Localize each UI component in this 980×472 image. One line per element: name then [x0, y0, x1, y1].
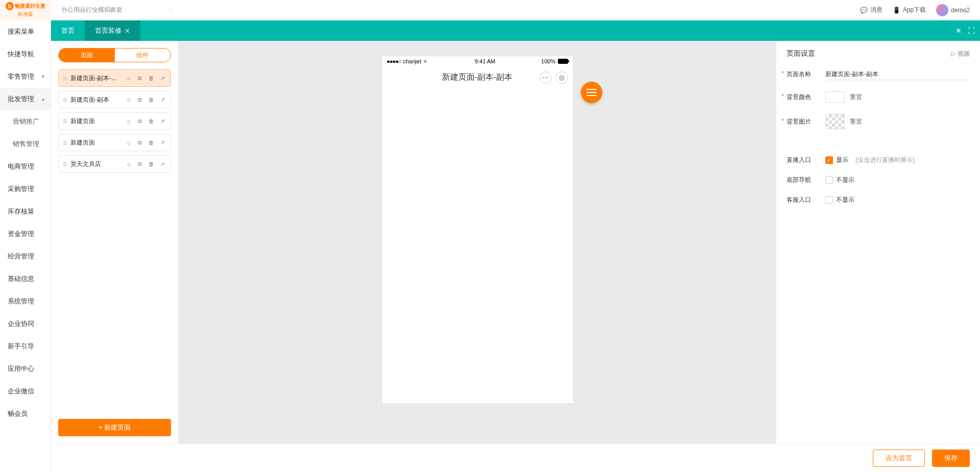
sidebar-item-0[interactable]: 搜索菜单	[0, 20, 51, 43]
play-icon: ▷	[951, 50, 955, 57]
home-icon[interactable]: ⌂	[125, 118, 133, 124]
drag-handle-icon[interactable]: ☰	[63, 119, 67, 124]
chevron-icon: ▼	[41, 74, 45, 79]
account-selector[interactable]: 办公用品行业模拟账套 ﹀	[61, 6, 174, 14]
page-name-input[interactable]	[825, 68, 970, 80]
tab-home[interactable]: 首页	[51, 20, 85, 41]
drag-handle-icon[interactable]: ☰	[63, 161, 67, 167]
user-menu[interactable]: demo2	[936, 4, 970, 16]
copy-icon[interactable]: ⧉	[136, 118, 144, 125]
sidebar-item-15[interactable]: 应用中心	[0, 358, 51, 380]
bg-color-label: 背景颜色	[787, 93, 825, 102]
chevron-down-icon: ﹀	[168, 7, 174, 14]
download-label: App下载	[903, 6, 926, 14]
sidebar-item-12[interactable]: 系统管理	[0, 290, 51, 313]
delete-icon[interactable]: 🗑	[147, 118, 155, 124]
delete-icon[interactable]: 🗑	[147, 97, 155, 103]
bottom-nav-checkbox[interactable]	[825, 176, 833, 184]
panel-segment: 页面 组件	[58, 48, 171, 62]
sidebar-item-5[interactable]: 销售管理	[0, 133, 51, 155]
share-icon[interactable]: ↗	[158, 139, 166, 146]
page-row-0[interactable]: ☰新建页面-副本-...⌂⧉🗑↗	[58, 69, 171, 87]
logo-mark-icon: b	[6, 2, 14, 10]
copy-icon[interactable]: ⧉	[136, 161, 144, 168]
live-entry-checkbox[interactable]: ✓	[825, 156, 833, 164]
copy-icon[interactable]: ⧉	[136, 97, 144, 103]
bg-image-swatch[interactable]	[825, 114, 845, 129]
sidebar-item-17[interactable]: 畅会员	[0, 403, 51, 425]
sidebar-item-6[interactable]: 电商管理	[0, 155, 51, 178]
brand-logo: b 畅捷通好生意 标准版	[0, 0, 51, 20]
share-icon[interactable]: ↗	[158, 97, 166, 103]
time-label: 9:41 AM	[475, 58, 495, 64]
sidebar-item-label: 资金管理	[8, 229, 34, 239]
brand-sub: 标准版	[18, 11, 33, 18]
bg-color-swatch[interactable]	[825, 91, 845, 103]
share-icon[interactable]: ↗	[158, 75, 166, 82]
share-icon[interactable]: ↗	[158, 161, 166, 168]
drag-handle-icon[interactable]: ☰	[63, 140, 67, 146]
page-row-name: 新建页面	[70, 138, 121, 147]
sidebar-item-label: 搜索菜单	[8, 27, 34, 36]
segment-component[interactable]: 组件	[115, 49, 171, 62]
drag-handle-icon[interactable]: ☰	[63, 76, 67, 81]
sidebar-item-16[interactable]: 企业微信	[0, 380, 51, 403]
sidebar-item-3[interactable]: 批发管理▲	[0, 88, 51, 110]
sidebar-item-2[interactable]: 零售管理▼	[0, 65, 51, 88]
page-row-1[interactable]: ☰新建页面-副本⌂⧉🗑↗	[58, 91, 171, 108]
share-icon[interactable]: ↗	[158, 118, 166, 125]
delete-icon[interactable]: 🗑	[147, 139, 155, 146]
page-row-3[interactable]: ☰新建页面⌂⧉🗑↗	[58, 134, 171, 151]
home-icon[interactable]: ⌂	[125, 139, 133, 146]
sidebar-item-label: 系统管理	[8, 297, 34, 306]
video-help-link[interactable]: ▷ 视频	[951, 50, 970, 58]
sidebar-item-9[interactable]: 资金管理	[0, 223, 51, 245]
delete-icon[interactable]: 🗑	[147, 75, 155, 81]
bg-image-reset[interactable]: 重置	[850, 117, 862, 126]
page-row-4[interactable]: ☰昊天文具店⌂⧉🗑↗	[58, 155, 171, 173]
svg-rect-0	[586, 89, 597, 90]
tab-page-design[interactable]: 首页装修 ✕	[85, 20, 140, 41]
sidebar-item-13[interactable]: 企业协同	[0, 313, 51, 335]
sidebar-item-14[interactable]: 新手引导	[0, 335, 51, 358]
wifi-icon: ᯤ	[423, 58, 429, 64]
brand-name: 畅捷通好生意	[15, 3, 45, 10]
bg-color-reset[interactable]: 重置	[850, 93, 862, 102]
chevron-icon: ▲	[41, 97, 45, 102]
copy-icon[interactable]: ⧉	[136, 139, 144, 146]
service-entry-checkbox[interactable]	[825, 196, 833, 204]
sidebar-item-4[interactable]: 营销推广	[0, 110, 51, 133]
svg-rect-1	[586, 92, 597, 93]
messages-link[interactable]: 💬 消息	[860, 6, 883, 14]
sidebar-item-8[interactable]: 库存核算	[0, 200, 51, 223]
set-home-button[interactable]: 设为首页	[873, 450, 925, 467]
sidebar-item-label: 库存核算	[8, 207, 34, 216]
sidebar-item-11[interactable]: 基础信息	[0, 268, 51, 290]
service-entry-check-label: 不显示	[836, 196, 854, 204]
app-download-link[interactable]: 📱 App下载	[893, 6, 926, 14]
sidebar-item-1[interactable]: 快捷导航	[0, 43, 51, 65]
sidebar-item-7[interactable]: 采购管理	[0, 178, 51, 200]
home-icon[interactable]: ⌂	[125, 161, 133, 167]
sidebar-item-label: 企业协同	[8, 319, 34, 328]
page-row-2[interactable]: ☰新建页面⌂⧉🗑↗	[58, 112, 171, 130]
close-icon[interactable]: ✕	[125, 27, 130, 35]
tab-close-all-icon[interactable]: ✕	[955, 27, 962, 35]
drag-handle-icon[interactable]: ☰	[63, 97, 67, 103]
footer-bar: 设为首页 保存	[51, 443, 980, 472]
segment-page[interactable]: 页面	[59, 49, 115, 62]
new-page-button[interactable]: + 新建页面	[58, 419, 171, 436]
copy-icon[interactable]: ⧉	[136, 75, 144, 82]
sidebar-item-label: 销售管理	[13, 139, 39, 149]
delete-icon[interactable]: 🗑	[147, 161, 155, 167]
home-icon[interactable]: ⌂	[125, 75, 133, 81]
fullscreen-icon[interactable]: ⛶	[968, 27, 975, 35]
component-drawer-toggle[interactable]	[581, 82, 602, 103]
home-icon[interactable]: ⌂	[125, 97, 133, 103]
tab-bar: 首页 首页装修 ✕ ✕ ⛶	[51, 20, 980, 41]
page-row-name: 新建页面-副本	[70, 96, 121, 104]
page-row-name: 昊天文具店	[70, 160, 121, 169]
save-button[interactable]: 保存	[932, 450, 970, 467]
sidebar-item-10[interactable]: 经营管理	[0, 245, 51, 268]
bg-image-label: 背景图片	[787, 117, 825, 126]
